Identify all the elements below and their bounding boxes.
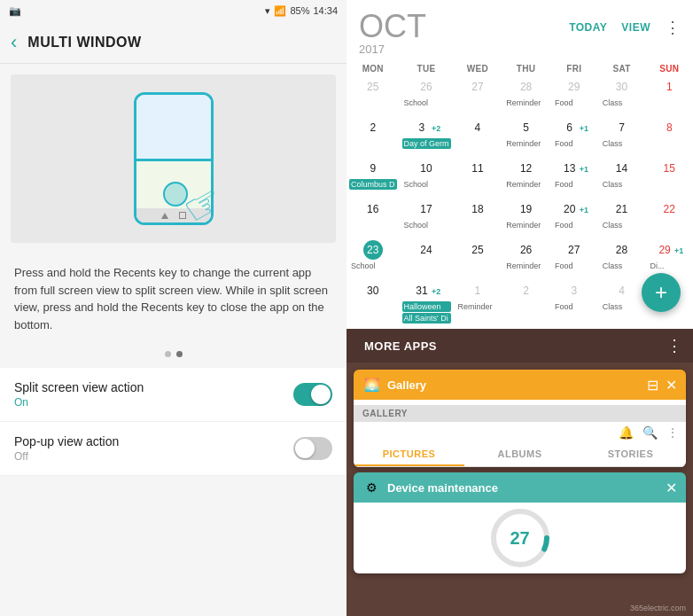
cal-day[interactable]: 17School (400, 199, 454, 239)
gallery-tab-pictures[interactable]: PICTURES (354, 443, 464, 466)
calendar-year: 2017 (359, 43, 426, 56)
status-bar-left: 📷 (9, 5, 21, 17)
recents-more-icon[interactable]: ⋮ (666, 336, 682, 355)
cal-day[interactable]: 14Class (598, 158, 646, 199)
calendar-week-2: 2 3+2Day of Germ 4 5Reminder 6+1Food 7Cl… (346, 117, 693, 158)
gallery-app-name: Gallery (387, 378, 640, 392)
wifi-icon: ▾ (265, 5, 270, 17)
cal-day[interactable]: 27 (454, 76, 502, 117)
popup-view-title: Pop-up view action (14, 434, 119, 448)
calendar-header: OCT 2017 TODAY VIEW ⋮ (346, 0, 693, 61)
popup-view-subtitle: Off (14, 450, 119, 463)
recents-header: MORE APPS ⋮ (346, 329, 693, 363)
gauge-number: 27 (510, 528, 529, 549)
cal-day[interactable]: 6+1Food (550, 117, 598, 158)
calendar-more-icon[interactable]: ⋮ (665, 18, 681, 37)
gallery-tab-albums[interactable]: ALBUMS (464, 443, 575, 466)
popup-view-toggle-thumb (295, 439, 315, 458)
cal-day[interactable]: 15 (645, 158, 693, 199)
cal-day[interactable]: 12Reminder (502, 158, 550, 199)
maintenance-close-button[interactable]: ✕ (666, 480, 677, 496)
description-text: Press and hold the Recents key to change… (0, 253, 346, 344)
weekday-fri: FRI (550, 61, 598, 76)
cal-day[interactable]: 25 (454, 239, 502, 280)
camera-icon: 📷 (9, 5, 21, 17)
gallery-more-icon[interactable]: ⋮ (666, 425, 679, 440)
cal-day[interactable]: 1 (645, 76, 693, 117)
cal-day[interactable]: 2 (346, 117, 400, 158)
popup-view-toggle[interactable] (293, 437, 332, 460)
app-cards: 🌅 Gallery ⊟ ✕ GALLERY 🔔 🔍 ⋮ PICT (346, 363, 693, 581)
cal-day[interactable]: 30 (346, 280, 400, 325)
weekday-sun: SUN (645, 61, 693, 76)
split-screen-item-left: Split screen view action On (14, 380, 144, 409)
calendar-month-year: OCT 2017 (359, 11, 426, 56)
view-button[interactable]: VIEW (621, 21, 650, 34)
dots-indicator (0, 344, 346, 364)
cal-day[interactable]: 7Class (598, 117, 646, 158)
gallery-notification-icon[interactable]: 🔔 (619, 425, 634, 440)
calendar-section: OCT 2017 TODAY VIEW ⋮ MON TUE WED THU FR… (346, 0, 693, 329)
dot-1[interactable] (165, 351, 171, 357)
gauge-container: 27 (485, 503, 556, 573)
cal-day[interactable]: 28Class (598, 239, 646, 280)
cal-day[interactable]: 26Reminder (502, 239, 550, 280)
gallery-search-icon[interactable]: 🔍 (642, 425, 658, 440)
cal-day[interactable]: 25 (346, 76, 400, 117)
weekday-mon: MON (346, 61, 400, 76)
dot-2[interactable] (176, 351, 183, 357)
cal-day[interactable]: 3Food (550, 280, 598, 325)
cal-day[interactable]: 31+2HalloweenAll Saints' Di (400, 280, 454, 325)
weekday-tue: TUE (400, 61, 454, 76)
cal-day[interactable]: 10School (400, 158, 454, 199)
calendar-week-3: 9Columbus D 10School 11 12Reminder 13+1F… (346, 158, 693, 199)
calendar-grid: MON TUE WED THU FRI SAT SUN 25 26School … (346, 61, 693, 325)
calendar-week-5: 23School 24 25 26Reminder 27Food 28Class… (346, 239, 693, 280)
cal-day[interactable]: 13+1Food (550, 158, 598, 199)
cal-day[interactable]: 11 (454, 158, 502, 199)
status-bar-right: ▾ 📶 85% 14:34 (265, 5, 338, 17)
cal-day[interactable]: 24 (400, 239, 454, 280)
cal-day[interactable]: 26School (400, 76, 454, 117)
cal-day[interactable]: 18 (454, 199, 502, 239)
cal-day[interactable]: 4Class (598, 280, 646, 325)
cal-day[interactable]: 30Class (598, 76, 646, 117)
cal-day[interactable]: 19Reminder (502, 199, 550, 239)
battery-level: 85% (290, 5, 309, 16)
calendar-month: OCT (359, 11, 426, 43)
calendar-actions: TODAY VIEW ⋮ (569, 18, 681, 37)
cal-day[interactable]: 2 (502, 280, 550, 325)
cal-day[interactable]: 29Food (550, 76, 598, 117)
popup-view-item-left: Pop-up view action Off (14, 434, 119, 463)
maintenance-app-icon: ⚙ (362, 479, 380, 496)
cal-day[interactable]: 20+1Food (550, 199, 598, 239)
calendar-week-6: 30 31+2HalloweenAll Saints' Di 1Reminder… (346, 280, 693, 325)
cal-day[interactable]: 22 (645, 199, 693, 239)
today-button[interactable]: TODAY (569, 21, 607, 34)
cal-day[interactable]: 4 (454, 117, 502, 158)
maintenance-card-header: ⚙ Device maintenance ✕ (354, 472, 686, 503)
fab-add-button[interactable]: + (642, 273, 681, 312)
cal-day[interactable]: 3+2Day of Germ (400, 117, 454, 158)
cal-day[interactable]: 21Class (598, 199, 646, 239)
cal-day[interactable]: 5Reminder (502, 117, 550, 158)
gallery-card-header: 🌅 Gallery ⊟ ✕ (354, 370, 686, 400)
gallery-tab-stories[interactable]: STORIES (575, 443, 686, 466)
right-panel: OCT 2017 TODAY VIEW ⋮ MON TUE WED THU FR… (346, 0, 693, 616)
back-button[interactable]: ‹ (11, 31, 17, 54)
cal-day[interactable]: 9Columbus D (346, 158, 400, 199)
recents-title: MORE APPS (364, 339, 437, 353)
split-screen-subtitle: On (14, 396, 144, 409)
cal-day[interactable]: 16 (346, 199, 400, 239)
gallery-copy-icon[interactable]: ⊟ (647, 377, 658, 394)
cal-day[interactable]: 23School (346, 239, 400, 280)
cal-day[interactable]: 28Reminder (502, 76, 550, 117)
left-panel: 📷 ▾ 📶 85% 14:34 ‹ MULTI WINDOW (0, 0, 346, 616)
gallery-icons-row: 🔔 🔍 ⋮ (354, 422, 686, 443)
cal-day[interactable]: 27Food (550, 239, 598, 280)
cal-day[interactable]: 8 (645, 117, 693, 158)
cal-day[interactable]: 1Reminder (454, 280, 502, 325)
gallery-close-button[interactable]: ✕ (666, 377, 677, 394)
weekday-thu: THU (502, 61, 550, 76)
split-screen-toggle[interactable] (293, 383, 332, 406)
